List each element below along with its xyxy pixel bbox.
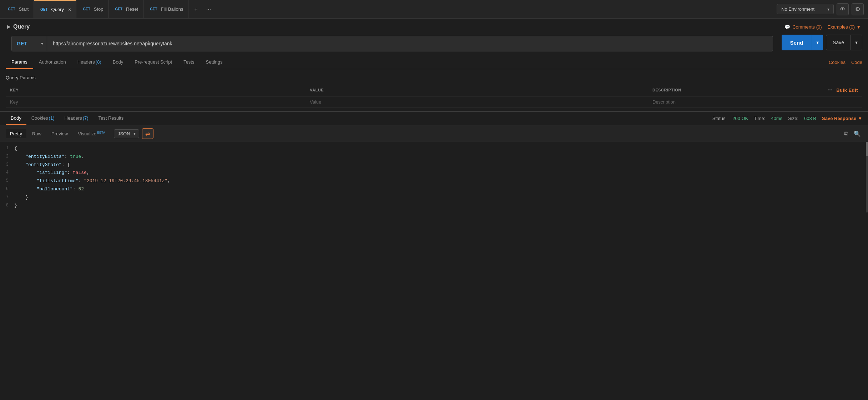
bulk-edit-button[interactable]: Bulk Edit bbox=[836, 88, 858, 93]
response-body-bar: Pretty Raw Preview VisualizeBETA JSON ⇌ bbox=[0, 125, 868, 142]
status-value: 200 OK bbox=[732, 116, 748, 121]
search-icon: 🔍 bbox=[854, 131, 861, 137]
code-line-4: 4 "isfilling": false, bbox=[0, 169, 868, 177]
sort-icon: ⇌ bbox=[145, 130, 150, 137]
resp-tab-cookies[interactable]: Cookies(1) bbox=[26, 112, 60, 125]
scrollbar-thumb bbox=[866, 142, 868, 156]
eye-icon-button[interactable]: 👁 bbox=[837, 3, 849, 15]
comments-button[interactable]: 💬 Comments (0) bbox=[784, 24, 822, 30]
tab-method-fill: GET bbox=[148, 7, 159, 11]
params-value-input-cell bbox=[306, 96, 648, 108]
request-title-text: Query bbox=[13, 24, 30, 30]
method-select[interactable]: GET POST PUT DELETE PATCH bbox=[12, 36, 47, 51]
query-params-section: Query Params KEY VALUE DESCRIPTION ··· B… bbox=[0, 69, 868, 108]
format-tab-pretty[interactable]: Pretty bbox=[6, 129, 26, 138]
code-link[interactable]: Code bbox=[851, 60, 862, 65]
tab-reset[interactable]: GET Reset bbox=[109, 0, 144, 18]
tab-bar: GET Start GET Query × GET Stop GET Reset… bbox=[0, 0, 868, 19]
settings-icon-button[interactable]: ⚙ bbox=[852, 3, 864, 15]
send-button[interactable]: Send bbox=[782, 35, 812, 50]
resp-tab-test-results[interactable]: Test Results bbox=[94, 112, 129, 125]
key-column-header: KEY bbox=[6, 84, 306, 96]
cookies-link[interactable]: Cookies bbox=[829, 60, 846, 65]
resp-tab-body[interactable]: Body bbox=[6, 112, 26, 125]
title-arrow-icon: ▶ bbox=[7, 24, 10, 29]
params-empty-row bbox=[6, 96, 862, 108]
tab-method-reset: GET bbox=[114, 7, 124, 11]
add-tab-button[interactable]: + bbox=[191, 5, 200, 14]
send-btn-group: Send ▼ bbox=[782, 35, 823, 50]
request-tab-right-actions: Cookies Code bbox=[829, 60, 862, 65]
request-title-group: ▶ Query bbox=[7, 24, 30, 30]
params-row-actions bbox=[819, 96, 862, 108]
req-tab-settings[interactable]: Settings bbox=[200, 56, 228, 69]
tab-label-reset: Reset bbox=[126, 6, 138, 12]
tab-method-query: GET bbox=[39, 7, 49, 12]
env-select[interactable]: No Environment bbox=[777, 4, 834, 14]
req-tab-pre-request[interactable]: Pre-request Script bbox=[129, 56, 178, 69]
response-status-area: Status: 200 OK Time: 40ms Size: 608 B Sa… bbox=[712, 116, 862, 121]
sort-icon-button[interactable]: ⇌ bbox=[142, 128, 153, 139]
tab-method-stop: GET bbox=[81, 7, 92, 11]
response-body-actions: ⧉ 🔍 bbox=[843, 129, 862, 139]
json-select-wrapper: JSON bbox=[114, 129, 139, 138]
actions-column-header: ··· Bulk Edit bbox=[819, 84, 862, 96]
env-selector-area: No Environment 👁 ⚙ bbox=[777, 3, 867, 15]
req-tab-params[interactable]: Params bbox=[6, 56, 33, 69]
search-response-button[interactable]: 🔍 bbox=[852, 129, 862, 139]
params-key-input[interactable] bbox=[10, 99, 301, 105]
url-bar-container: GET POST PUT DELETE PATCH Send ▼ Save ▼ bbox=[6, 34, 862, 51]
copy-icon: ⧉ bbox=[844, 130, 848, 136]
resp-tab-headers[interactable]: Headers(7) bbox=[60, 112, 94, 125]
tab-query[interactable]: GET Query × bbox=[34, 0, 76, 18]
code-line-8: 8 } bbox=[0, 202, 868, 210]
vertical-scrollbar[interactable] bbox=[866, 142, 868, 212]
tab-start[interactable]: GET Start bbox=[1, 0, 34, 18]
req-tab-body[interactable]: Body bbox=[107, 56, 129, 69]
params-description-input-cell bbox=[648, 96, 819, 108]
main-content: ▶ Query 💬 Comments (0) Examples (0) ▼ GE… bbox=[0, 19, 868, 212]
response-section: Body Cookies(1) Headers(7) Test Results … bbox=[0, 111, 868, 212]
code-line-6: 6 "balloncount": 52 bbox=[0, 185, 868, 194]
tab-label-stop: Stop bbox=[94, 6, 104, 12]
tab-close-query[interactable]: × bbox=[68, 7, 71, 12]
save-dropdown-button[interactable]: ▼ bbox=[851, 35, 862, 50]
req-tab-authorization[interactable]: Authorization bbox=[33, 56, 72, 69]
code-line-5: 5 "fillstarttime": "2019-12-19T20:29:45.… bbox=[0, 177, 868, 185]
tab-actions: + ··· bbox=[191, 5, 214, 14]
eye-icon: 👁 bbox=[840, 6, 846, 12]
code-editor: 1 { 2 "entityExists": true, 3 "entitySta… bbox=[0, 142, 868, 212]
time-value: 40ms bbox=[771, 116, 782, 121]
request-tabs: Params Authorization Headers(8) Body Pre… bbox=[0, 56, 868, 69]
tab-label-query: Query bbox=[51, 7, 64, 12]
env-dropdown-wrapper: No Environment bbox=[777, 4, 834, 14]
description-column-header: DESCRIPTION bbox=[648, 84, 819, 96]
params-description-input[interactable] bbox=[652, 99, 815, 105]
gear-icon: ⚙ bbox=[855, 6, 860, 12]
value-column-header: VALUE bbox=[306, 84, 648, 96]
json-format-select[interactable]: JSON bbox=[114, 129, 139, 138]
tab-fill-ballons[interactable]: GET Fill Ballons bbox=[143, 0, 188, 18]
params-value-input[interactable] bbox=[310, 99, 644, 105]
req-tab-headers[interactable]: Headers(8) bbox=[72, 56, 107, 69]
req-tab-tests[interactable]: Tests bbox=[178, 56, 200, 69]
format-tab-preview[interactable]: Preview bbox=[47, 129, 72, 138]
tab-stop[interactable]: GET Stop bbox=[76, 0, 108, 18]
format-tab-raw[interactable]: Raw bbox=[28, 129, 46, 138]
query-params-title: Query Params bbox=[6, 73, 862, 82]
format-tab-visualize[interactable]: VisualizeBETA bbox=[74, 129, 110, 138]
copy-response-button[interactable]: ⧉ bbox=[843, 129, 849, 138]
url-bar: GET POST PUT DELETE PATCH bbox=[11, 36, 773, 51]
tab-label-start: Start bbox=[19, 6, 29, 12]
save-button[interactable]: Save bbox=[826, 35, 851, 50]
tab-method-start: GET bbox=[6, 7, 17, 11]
more-tabs-button[interactable]: ··· bbox=[203, 5, 214, 14]
examples-button[interactable]: Examples (0) ▼ bbox=[828, 24, 861, 30]
url-input[interactable] bbox=[47, 36, 773, 51]
save-response-button[interactable]: Save Response ▼ bbox=[822, 116, 862, 121]
params-more-button[interactable]: ··· bbox=[827, 87, 833, 93]
save-btn-group: Save ▼ bbox=[826, 35, 862, 50]
params-table: KEY VALUE DESCRIPTION ··· Bulk Edit bbox=[6, 84, 862, 108]
send-dropdown-button[interactable]: ▼ bbox=[812, 35, 823, 50]
code-line-3: 3 "entityState": { bbox=[0, 161, 868, 169]
